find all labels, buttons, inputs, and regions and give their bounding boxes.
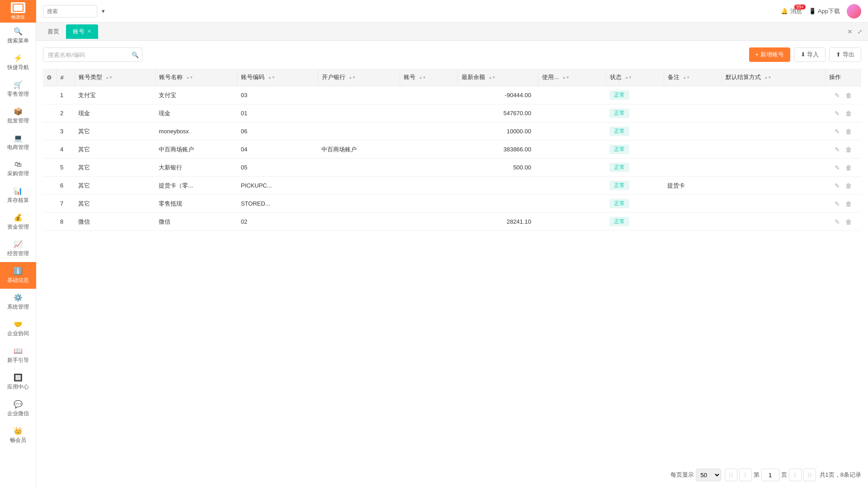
delete-button[interactable]: 🗑 — [844, 91, 854, 100]
sidebar-item-label: 新手引导 — [7, 357, 29, 364]
search-wrap: 🔍 — [43, 47, 142, 62]
row-balance: 500.00 — [458, 159, 538, 177]
topbar-right: 🔔 消息 99+ 📱 App下载 — [781, 4, 861, 19]
first-page-button[interactable]: ⟨⟨ — [725, 469, 737, 481]
row-remark — [664, 122, 722, 141]
delete-button[interactable]: 🗑 — [844, 109, 854, 118]
row-usage — [538, 141, 606, 159]
row-balance: 383866.00 — [458, 141, 538, 159]
edit-button[interactable]: ✎ — [833, 199, 842, 208]
row-default-settlement — [722, 141, 825, 159]
sidebar-item-label: 零售管理 — [7, 90, 29, 98]
import-button[interactable]: ⬇ 导入 — [794, 47, 826, 62]
col-status[interactable]: 状态 ▲▼ — [606, 69, 664, 86]
sidebar-item-operations-mgmt[interactable]: 📈 经营管理 — [0, 235, 36, 262]
page-size-dropdown[interactable]: 50 100 200 — [696, 469, 721, 481]
tab-home[interactable]: 首页 — [41, 24, 66, 39]
sidebar-item-enterprise-wechat[interactable]: 💬 企业微信 — [0, 395, 36, 422]
edit-button[interactable]: ✎ — [833, 163, 842, 172]
app-subtitle: 畅捷版 — [11, 14, 25, 20]
next-page-button[interactable]: ⟩ — [789, 469, 802, 481]
row-balance: 28241.10 — [458, 213, 538, 231]
sidebar-item-app-center[interactable]: 🔲 应用中心 — [0, 369, 36, 395]
col-type[interactable]: 账号类型 ▲▼ — [75, 69, 155, 86]
sidebar-item-label: 快捷导航 — [7, 64, 29, 71]
edit-button[interactable]: ✎ — [833, 127, 842, 136]
message-button[interactable]: 🔔 消息 99+ — [781, 7, 802, 15]
sidebar-item-fund-mgmt[interactable]: 💰 资金管理 — [0, 209, 36, 235]
delete-button[interactable]: 🗑 — [844, 163, 854, 172]
edit-button[interactable]: ✎ — [833, 91, 842, 100]
inventory-icon: 📊 — [14, 187, 23, 195]
sidebar-item-inventory-calc[interactable]: 📊 库存核算 — [0, 182, 36, 209]
row-num: 1 — [57, 86, 75, 104]
row-status: 正常 — [606, 177, 664, 195]
sidebar-item-ecommerce-mgmt[interactable]: 💻 电商管理 — [0, 129, 36, 156]
row-actions: ✎ 🗑 — [825, 86, 861, 104]
row-bank: 中百商场账户 — [318, 141, 400, 159]
row-settings-cell — [43, 86, 57, 104]
edit-button[interactable]: ✎ — [833, 181, 842, 190]
user-avatar[interactable] — [847, 4, 861, 19]
sidebar-item-purchase-mgmt[interactable]: 🛍 采购管理 — [0, 156, 36, 182]
row-status: 正常 — [606, 159, 664, 177]
col-name[interactable]: 账号名称 ▲▼ — [155, 69, 237, 86]
row-type: 现金 — [75, 104, 155, 122]
delete-button[interactable]: 🗑 — [844, 217, 854, 226]
sidebar-item-newbie-guide[interactable]: 📖 新手引导 — [0, 342, 36, 369]
sidebar-item-search-menu[interactable]: 🔍 搜索菜单 — [0, 23, 36, 49]
tab-accounts[interactable]: 账号 ✕ — [66, 24, 98, 39]
sidebar-item-quick-nav[interactable]: ⚡ 快捷导航 — [0, 49, 36, 76]
row-name: moneybosx — [155, 122, 237, 141]
row-name: 支付宝 — [155, 86, 237, 104]
row-account — [400, 159, 458, 177]
row-account — [400, 122, 458, 141]
col-default-settlement[interactable]: 默认结算方式 ▲▼ — [722, 69, 825, 86]
sidebar-item-retail-mgmt[interactable]: 🛒 零售管理 — [0, 76, 36, 103]
sidebar-item-label: 经营管理 — [7, 250, 29, 258]
col-usage[interactable]: 使用... ▲▼ — [538, 69, 606, 86]
sidebar-item-wholesale-mgmt[interactable]: 📦 批发管理 — [0, 103, 36, 129]
row-num: 4 — [57, 141, 75, 159]
fund-icon: 💰 — [14, 213, 23, 222]
delete-button[interactable]: 🗑 — [844, 181, 854, 190]
col-code[interactable]: 账号编码 ▲▼ — [237, 69, 318, 86]
last-page-button[interactable]: ⟩⟩ — [803, 469, 816, 481]
sidebar-item-vip-member[interactable]: 👑 畅会员 — [0, 422, 36, 449]
delete-button[interactable]: 🗑 — [844, 199, 854, 208]
edit-button[interactable]: ✎ — [833, 217, 842, 226]
row-num: 8 — [57, 213, 75, 231]
sidebar-item-label: 搜索菜单 — [7, 37, 29, 45]
sidebar-item-system-mgmt[interactable]: ⚙️ 系统管理 — [0, 289, 36, 315]
row-status: 正常 — [606, 122, 664, 141]
col-remark[interactable]: 备注 ▲▼ — [664, 69, 722, 86]
row-settings-cell — [43, 195, 57, 213]
search-submit-icon[interactable]: 🔍 — [132, 52, 139, 58]
app-download-button[interactable]: 📱 App下载 — [809, 7, 840, 15]
window-maximize-button[interactable]: ⤢ — [856, 27, 863, 36]
tab-close-icon[interactable]: ✕ — [87, 28, 91, 34]
add-account-button[interactable]: + 新增账号 — [749, 47, 790, 62]
window-close-button[interactable]: ✕ — [846, 27, 854, 36]
export-button[interactable]: ⬆ 导出 — [829, 47, 861, 62]
topbar-search-input[interactable] — [43, 5, 97, 18]
col-settings[interactable]: ⚙ — [43, 69, 57, 86]
row-type: 其它 — [75, 122, 155, 141]
row-bank — [318, 104, 400, 122]
edit-button[interactable]: ✎ — [833, 109, 842, 118]
delete-button[interactable]: 🗑 — [844, 145, 854, 154]
topbar-dropdown[interactable]: ▾ — [102, 8, 105, 14]
sidebar-item-basic-info[interactable]: ℹ️ 基础信息 — [0, 262, 36, 289]
edit-button[interactable]: ✎ — [833, 145, 842, 154]
delete-button[interactable]: 🗑 — [844, 127, 854, 136]
sidebar-item-enterprise-agreement[interactable]: 🤝 企业协同 — [0, 315, 36, 342]
prev-page-button[interactable]: ⟨ — [739, 469, 752, 481]
col-balance[interactable]: 最新余额 ▲▼ — [458, 69, 538, 86]
col-bank[interactable]: 开户银行 ▲▼ — [318, 69, 400, 86]
row-code: 03 — [237, 86, 318, 104]
page-number-input[interactable] — [761, 469, 779, 481]
table-row: 3 其它 moneybosx 06 10000.00 正常 ✎ 🗑 — [43, 122, 861, 141]
account-search-input[interactable] — [43, 47, 142, 62]
col-account[interactable]: 账号 ▲▼ — [400, 69, 458, 86]
table-row: 4 其它 中百商场账户 04 中百商场账户 383866.00 正常 ✎ 🗑 — [43, 141, 861, 159]
